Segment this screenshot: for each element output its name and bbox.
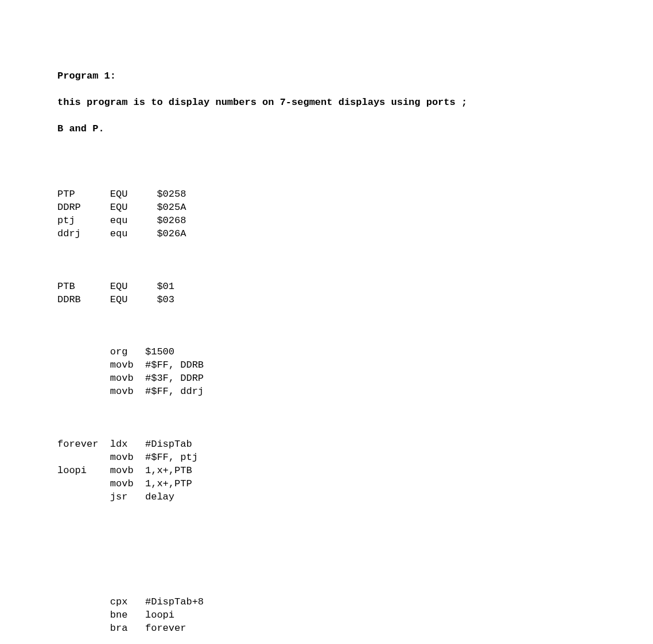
label: DDRB (57, 294, 110, 307)
opcode: EQU (110, 201, 157, 214)
operand: $026A (157, 228, 186, 241)
operand: $01 (157, 280, 174, 294)
operand: 1,x+,PTP (145, 478, 192, 491)
opcode: movb (110, 359, 145, 372)
code-line: PTPEQU$0258 (57, 188, 653, 201)
code-line: org$1500 (57, 346, 653, 359)
operand: delay (145, 491, 174, 504)
heading-line-1: Program 1: (57, 70, 653, 83)
opcode: movb (110, 465, 145, 478)
opcode: movb (110, 372, 145, 385)
operand: $1500 (145, 346, 174, 359)
operand: #DispTab (145, 438, 192, 451)
operand: $0258 (157, 188, 186, 201)
code-line: movb#$FF, ptj (57, 451, 653, 465)
operand: $03 (157, 294, 174, 307)
operand: #$FF, DDRB (145, 359, 204, 372)
code-line: ddrjequ$026A (57, 228, 653, 241)
label: PTB (57, 280, 110, 294)
code-line: braforever (57, 622, 653, 635)
code-line: movb1,x+,PTP (57, 478, 653, 491)
label: ddrj (57, 228, 110, 241)
opcode: org (110, 346, 145, 359)
code-line: movb#$FF, DDRB (57, 359, 653, 372)
label: PTP (57, 188, 110, 201)
heading-line-2: this program is to display numbers on 7-… (57, 96, 653, 110)
label: forever (57, 438, 110, 451)
operand: $025A (157, 201, 186, 214)
operand: #$3F, DDRP (145, 372, 204, 385)
opcode: jsr (110, 491, 145, 504)
opcode: cpx (110, 596, 145, 609)
code-line: jsrdelay (57, 491, 653, 504)
label: DDRP (57, 201, 110, 214)
operand: #$FF, ptj (145, 451, 198, 465)
opcode: EQU (110, 294, 157, 307)
heading-line-3: B and P. (57, 123, 653, 136)
label: ptj (57, 214, 110, 228)
opcode: bra (110, 622, 145, 635)
code-line: movb#$FF, ddrj (57, 385, 653, 399)
code-line: foreverldx#DispTab (57, 438, 653, 451)
opcode: ldx (110, 438, 145, 451)
operand: #DispTab+8 (145, 596, 204, 609)
code-line: DDRBEQU$03 (57, 294, 653, 307)
code-line: ptjequ$0268 (57, 214, 653, 228)
opcode: movb (110, 385, 145, 399)
opcode: movb (110, 451, 145, 465)
opcode: bne (110, 609, 145, 622)
operand: $0268 (157, 214, 186, 228)
operand: #$FF, ddrj (145, 385, 204, 399)
code-line: DDRPEQU$025A (57, 201, 653, 214)
operand: loopi (145, 609, 174, 622)
opcode: equ (110, 228, 157, 241)
opcode: equ (110, 214, 157, 228)
code-line: PTBEQU$01 (57, 280, 653, 294)
label: loopi (57, 465, 110, 478)
operand: 1,x+,PTB (145, 465, 192, 478)
code-line: bneloopi (57, 609, 653, 622)
code-line: movb#$3F, DDRP (57, 372, 653, 385)
operand: forever (145, 622, 186, 635)
opcode: movb (110, 478, 145, 491)
code-line: loopimovb1,x+,PTB (57, 465, 653, 478)
code-line: cpx#DispTab+8 (57, 596, 653, 609)
opcode: EQU (110, 280, 157, 294)
opcode: EQU (110, 188, 157, 201)
